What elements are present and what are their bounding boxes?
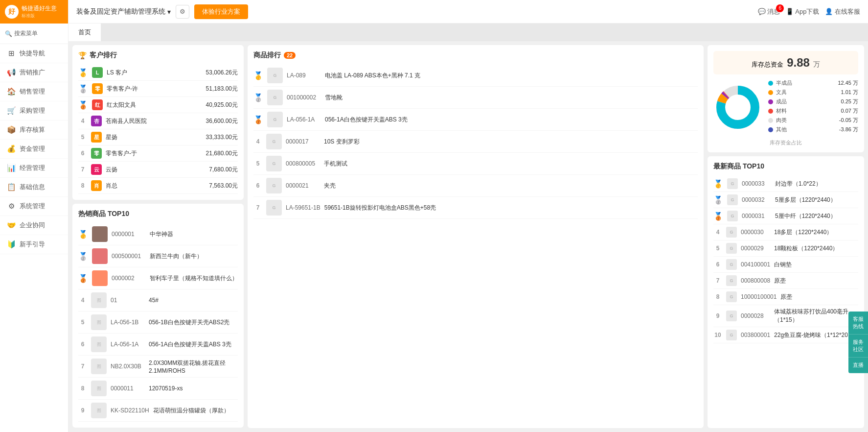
legend-name: 肉类 [776,117,836,124]
sidebar-item-finance[interactable]: 💰 资金管理 [0,140,68,159]
rank-amount: 33,333.00元 [206,133,238,142]
rank-item: 🥇 L LS 客户 53,006.26元 [78,65,238,81]
nav-icon-marketing: 📢 [7,68,16,77]
legend-item: 其他 -3.86 万 [768,126,858,133]
legend-value: -0.05 万 [839,117,858,124]
sidebar-item-basic-info[interactable]: 📋 基础信息 [0,178,68,197]
message-badge[interactable]: 💬 消息 6 [758,7,780,16]
medal-gold-icon: 🥇 [78,230,88,239]
new-product-item: 🥉 G 0000031 5厘中纤（1220*2440） [713,208,858,224]
np-thumbnail: G [727,194,738,205]
hot-product-item: 5 图 LA-056-1B 056-1B白色按键开关壳ABS2壳 [78,312,238,334]
donut-chart-section: 半成品 12.45 万 文具 1.01 万 成品 0.25 万 材料 0.07 … [713,79,858,135]
mid-product-item: 🥇 G LA-089 电池盖 LA-089 ABS本色+黑种 7.1 克 [253,65,698,87]
hot-product-item: 🥉 0000002 智利车子里（规格不知道填什么） [78,267,238,289]
product-thumbnail: G [267,112,283,127]
product-name: 056-1B白色按键开关壳ABS2壳 [149,318,238,327]
trial-button[interactable]: 体验行业方案 [194,4,248,19]
rank-avatar: L [92,67,103,78]
nav-label-purchase: 采购管理 [20,106,45,115]
product-ranking-label: 商品排行 [253,51,281,60]
product-code: 0000002 [112,275,146,282]
float-btn[interactable]: 客服热线 [848,312,868,335]
system-title-dropdown[interactable]: 装备及固定资产辅助管理系统 ▾ [76,7,171,16]
online-service-label: 在线客服 [835,8,860,15]
nav-icon-inventory: 📦 [7,125,16,134]
new-product-item: 7 G 000800008 原垄 [713,273,858,289]
product-ranking-card: 商品排行 22 🥇 G LA-089 电池盖 LA-089 ABS本色+黑种 7… [248,45,704,428]
np-thumbnail: G [726,311,737,321]
sidebar-nav: ⊞ 快捷导航📢 营销推广🏠 销售管理🛒 采购管理📦 库存核算💰 资金管理📊 经营… [0,44,68,254]
hot-product-item: 4 图 01 45# [78,289,238,312]
rank-avatar: 红 [92,99,103,110]
legend-item: 材料 0.07 万 [768,107,858,115]
new-products-label: 最新商品 TOP10 [713,162,764,171]
legend-value: 0.25 万 [841,98,858,105]
rank-number: 7 [78,166,87,173]
inventory-legend: 半成品 12.45 万 文具 1.01 万 成品 0.25 万 材料 0.07 … [768,79,858,135]
sidebar-item-sales[interactable]: 🏠 销售管理 [0,82,68,101]
online-service-btn[interactable]: 👤 在线客服 [825,7,860,16]
new-products-list: 🥇 G 0000033 封边带（1.0*22）🥈 G 0000032 5厘多层（… [713,176,858,343]
product-name: 新西兰牛肉（新牛） [150,252,238,261]
product-thumbnail [92,248,108,264]
medal-gold-icon: 🥇 [713,179,723,189]
sidebar-item-operations[interactable]: 📊 经营管理 [0,159,68,178]
rank-number: 4 [78,118,87,124]
product-code: 000800005 [286,160,320,167]
rank-name: 苍南县人民医院 [106,117,202,125]
product-name: 雪地靴 [325,94,698,102]
mid-product-item: 5 G 000800005 手机测试 [253,153,698,175]
inventory-label: 库存总资金 [752,61,783,68]
gear-icon: ⚙ [180,8,185,15]
tab-home[interactable]: 首页 [69,24,101,41]
sidebar: 好 畅捷通好生意 标准版 🔍 搜索菜单 ⊞ 快捷导航📢 营销推广🏠 销售管理🛒 … [0,0,69,432]
sidebar-search-section[interactable]: 🔍 搜索菜单 [0,24,68,44]
inventory-card: 库存总资金 9.88 万 [708,45,864,152]
product-thumbnail: 图 [91,336,107,352]
rank-item: 4 杏 苍南县人民医院 36,600.00元 [78,113,238,129]
settings-button[interactable]: ⚙ [176,5,189,19]
rank-number: 6 [253,182,262,189]
customer-rank-list: 🥇 L LS 客户 53,006.26元🥈 零 零售客户-许 51,183.00… [78,65,238,194]
topbar-right: 💬 消息 6 📱 App下载 👤 在线客服 [758,7,860,16]
sidebar-item-guide[interactable]: 🔰 新手引导 [0,235,68,254]
legend-item: 文具 1.01 万 [768,89,858,96]
np-name: 18颗粒板（1220*2440） [774,244,858,253]
legend-name: 成品 [776,98,838,105]
sidebar-item-quick-nav[interactable]: ⊞ 快捷导航 [0,44,68,63]
right-column: 库存总资金 9.88 万 [708,45,864,428]
medal-bronze-icon: 🥉 [713,212,723,221]
float-btn[interactable]: 直播 [848,358,868,373]
sidebar-item-purchase[interactable]: 🛒 采购管理 [0,101,68,120]
rank-number: 8 [713,293,722,300]
legend-dot [768,127,773,132]
middle-products-list: 🥇 G LA-089 电池盖 LA-089 ABS本色+黑种 7.1 克🥈 G … [253,65,698,219]
float-btn[interactable]: 服务社区 [848,335,868,358]
left-column: 🏆 客户排行 🥇 L LS 客户 53,006.26元🥈 零 零售客户-许 51… [72,45,244,428]
float-buttons: 客服热线服务社区直播 [848,312,868,373]
rank-number: 5 [78,134,87,141]
np-thumbnail: G [726,259,737,270]
sidebar-logo: 好 畅捷通好生意 标准版 [0,0,68,24]
sidebar-item-system[interactable]: ⚙ 系统管理 [0,197,68,216]
nav-label-quick-nav: 快捷导航 [20,49,45,58]
rank-number: 6 [713,261,722,268]
new-product-item: 4 G 0000030 18多层（1220*2440） [713,224,858,240]
app-download-btn[interactable]: 📱 App下载 [786,7,819,16]
sidebar-item-marketing[interactable]: 📢 营销推广 [0,63,68,82]
product-thumbnail: G [266,200,282,216]
medal-silver-icon: 🥈 [253,93,263,102]
sidebar-item-enterprise[interactable]: 🤝 企业协同 [0,216,68,235]
legend-value: 12.45 万 [838,79,858,87]
rank-amount: 53,006.26元 [206,69,238,77]
new-product-item: 8 G 10000100001 原垄 [713,289,858,305]
nav-label-basic-info: 基础信息 [20,183,45,192]
search-menu-btn[interactable]: 🔍 搜索菜单 [5,27,63,40]
rank-item: 🥉 红 红太阳文具 40,925.00元 [78,97,238,113]
rank-amount: 7,680.00元 [209,166,238,174]
sidebar-item-inventory[interactable]: 📦 库存核算 [0,120,68,140]
np-thumbnail: G [726,227,737,238]
rank-number: 4 [78,297,87,304]
new-product-item: 9 G 0000028 体城荔枝味苏打饮品400毫升（1*15） [713,305,858,327]
